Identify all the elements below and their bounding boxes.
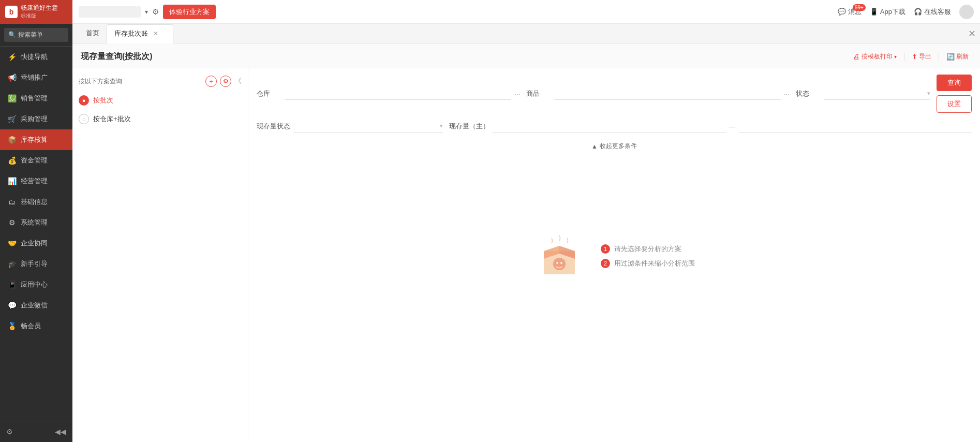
topbar-right: 💬 消息 99+ 📱 App下载 🎧 在线客服: [838, 5, 974, 19]
settings-footer-icon[interactable]: ⚙: [4, 425, 15, 438]
status-select-wrap: 启用 停用 ▾: [824, 87, 930, 100]
sidebar: b 畅康通好生意 标准版 🔍 搜索菜单 ⚡ 快捷导航 📢 营销推广 💹 销售管理…: [0, 0, 72, 442]
empty-state-content: 1 请先选择要分析的方案 2 用过滤条件来缩小分析范围: [533, 230, 695, 282]
product-filter-input[interactable]: [554, 87, 781, 100]
experience-btn[interactable]: 体验行业方案: [163, 5, 216, 19]
sidebar-item-marketing[interactable]: 📢 营销推广: [0, 67, 72, 88]
filter-row-1: 仓库 ··· 商品 ··· 状态 启用: [257, 75, 972, 113]
tab-close-btn[interactable]: ✕: [153, 30, 158, 37]
tip-number-2: 2: [601, 259, 610, 268]
quicknav-icon: ⚡: [7, 52, 17, 62]
sidebar-search-section: 🔍 搜索菜单: [0, 24, 72, 47]
sidebar-item-label: 采购管理: [21, 114, 48, 124]
message-icon: 💬: [838, 8, 846, 16]
topbar-gear-icon[interactable]: ⚙: [152, 7, 159, 17]
warehouse-filter-input[interactable]: [285, 87, 511, 100]
system-icon: ⚙: [7, 218, 17, 227]
sidebar-item-purchase[interactable]: 🛒 采购管理: [0, 109, 72, 129]
enterprise-icon: 🤝: [7, 239, 17, 248]
page-header-actions: 🖨 按模板打印 ▾ ⬆ 导出 🔄 刷新: [850, 51, 972, 63]
sidebar-item-label: 快捷导航: [21, 52, 48, 62]
collapse-left-icon[interactable]: 《: [234, 77, 242, 86]
sidebar-item-appcenter[interactable]: 📱 应用中心: [0, 274, 72, 295]
online-service-item[interactable]: 🎧 在线客服: [914, 7, 951, 17]
close-tab-right-icon[interactable]: ✕: [968, 28, 976, 39]
svg-point-6: [560, 262, 562, 264]
filter-row-2: 现存量状态 全部 有库存 无库存 ▾ 现存量（主）: [257, 120, 972, 132]
sidebar-item-finance[interactable]: 💰 资金管理: [0, 150, 72, 171]
sidebar-item-wechat[interactable]: 💬 企业微信: [0, 295, 72, 316]
empty-tips: 1 请先选择要分析的方案 2 用过滤条件来缩小分析范围: [601, 244, 695, 268]
inventory-status-select[interactable]: 全部 有库存 无库存: [293, 120, 440, 132]
guide-icon: 🎓: [7, 259, 17, 269]
app-download-item[interactable]: 📱 App下载: [870, 7, 905, 17]
stock-max-input[interactable]: [739, 120, 972, 132]
sidebar-item-basics[interactable]: 🗂 基础信息: [0, 191, 72, 212]
empty-icon: [533, 230, 585, 282]
search-menu-button[interactable]: 🔍 搜索菜单: [4, 28, 68, 42]
print-button[interactable]: 🖨 按模板打印 ▾: [850, 51, 900, 63]
user-avatar[interactable]: [959, 5, 974, 19]
appcenter-icon: 📱: [7, 280, 17, 289]
sidebar-item-member[interactable]: 🏅 畅会员: [0, 316, 72, 336]
chevron-up-icon: ▲: [591, 143, 598, 150]
sidebar-item-guide[interactable]: 🎓 新手引导: [0, 254, 72, 274]
main-area: ▾ ⚙ 体验行业方案 💬 消息 99+ 📱 App下载 🎧 在线客服 首页: [72, 0, 980, 442]
sidebar-nav: ⚡ 快捷导航 📢 营销推广 💹 销售管理 🛒 采购管理 📦 库存核算 💰 资金管…: [0, 47, 72, 421]
topbar: ▾ ⚙ 体验行业方案 💬 消息 99+ 📱 App下载 🎧 在线客服: [72, 0, 980, 24]
sidebar-item-sales[interactable]: 💹 销售管理: [0, 88, 72, 109]
filter-group-inventory-status: 现存量状态 全部 有库存 无库存 ▾: [257, 120, 443, 132]
sidebar-item-label: 销售管理: [21, 94, 48, 103]
scheme-label-by-warehouse-batch: 按仓库+批次: [93, 114, 131, 124]
add-scheme-icon[interactable]: ＋: [205, 76, 217, 87]
tabbar: 首页 库存批次账 ✕ ✕: [72, 24, 980, 43]
scheme-label-by-batch: 按批次: [93, 96, 113, 105]
scheme-item-by-warehouse-batch[interactable]: ○ 按仓库+批次: [72, 110, 248, 128]
sidebar-item-enterprise[interactable]: 🤝 企业协同: [0, 233, 72, 254]
query-button[interactable]: 查询: [937, 75, 972, 91]
sidebar-item-label: 库存核算: [21, 135, 48, 144]
collapse-filters-row[interactable]: ▲ 收起更多条件: [257, 140, 972, 153]
sidebar-item-quicknav[interactable]: ⚡ 快捷导航: [0, 47, 72, 67]
settings-scheme-icon[interactable]: ⚙: [220, 76, 231, 87]
stock-min-input[interactable]: [493, 120, 726, 132]
product-more-icon[interactable]: ···: [784, 90, 790, 98]
inventory-status-arrow: ▾: [440, 123, 443, 129]
refresh-button[interactable]: 🔄 刷新: [943, 51, 972, 63]
member-icon: 🏅: [7, 321, 17, 331]
warehouse-more-icon[interactable]: ···: [514, 90, 520, 98]
sidebar-item-system[interactable]: ⚙ 系统管理: [0, 212, 72, 233]
topbar-search-input[interactable]: [79, 6, 141, 18]
filter-group-status: 状态 启用 停用 ▾: [796, 87, 930, 100]
topbar-dropdown-arrow[interactable]: ▾: [145, 8, 148, 16]
sidebar-header: b 畅康通好生意 标准版: [0, 0, 72, 24]
tab-home[interactable]: 首页: [79, 24, 107, 43]
product-filter-label: 商品: [526, 89, 551, 98]
sidebar-item-label: 畅会员: [21, 321, 41, 331]
sidebar-item-operations[interactable]: 📊 经营管理: [0, 171, 72, 191]
tab-inventory-batch[interactable]: 库存批次账 ✕: [107, 24, 173, 43]
app-title-block: 畅康通好生意 标准版: [21, 4, 58, 20]
stock-dash: —: [729, 123, 736, 130]
finance-icon: 💰: [7, 156, 17, 165]
sidebar-item-label: 企业微信: [21, 301, 48, 310]
status-select[interactable]: 启用 停用: [824, 87, 927, 99]
wechat-icon: 💬: [7, 301, 17, 310]
search-icon: 🔍: [8, 31, 16, 38]
empty-tip-1: 1 请先选择要分析的方案: [601, 244, 695, 254]
inventory-icon: 📦: [7, 135, 17, 144]
sidebar-item-label: 应用中心: [21, 280, 48, 289]
collapse-sidebar-icon[interactable]: ◀◀: [53, 425, 68, 438]
export-icon: ⬆: [912, 53, 917, 61]
scheme-item-by-batch[interactable]: ● 按批次: [72, 91, 248, 110]
message-badge-item[interactable]: 💬 消息 99+: [838, 7, 862, 17]
empty-state: 1 请先选择要分析的方案 2 用过滤条件来缩小分析范围: [257, 153, 972, 360]
print-dropdown-icon[interactable]: ▾: [894, 54, 897, 60]
right-panel: 仓库 ··· 商品 ··· 状态 启用: [248, 68, 980, 442]
sidebar-item-inventory[interactable]: 📦 库存核算: [0, 129, 72, 150]
settings-button[interactable]: 设置: [937, 95, 972, 113]
scheme-radio-inactive: ○: [79, 114, 89, 124]
status-filter-label: 状态: [796, 89, 821, 98]
export-button[interactable]: ⬆ 导出: [909, 51, 934, 63]
purchase-icon: 🛒: [7, 114, 17, 124]
